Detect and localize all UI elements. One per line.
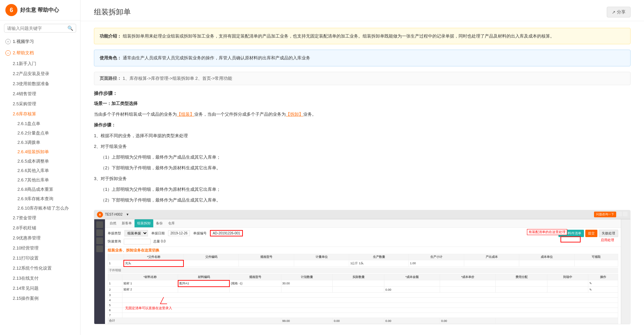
sidebar-item-267[interactable]: 2.6.7其他出库单 (15, 175, 80, 185)
sidebar-item-24[interactable]: 2.4销售管理 (9, 89, 80, 99)
sidebar-item-264[interactable]: 2.6.4组装拆卸单 (15, 147, 80, 157)
sim-tab-neworder: 新客单 (119, 219, 135, 227)
sim-th-parent-name: *父件名称 (124, 254, 183, 260)
sim-section-text: 组装业务、拆卸业务在这里切换 (108, 248, 159, 252)
sidebar-item-23[interactable]: 2.3使用前数据准备 (9, 79, 80, 89)
path-text: 1、库存核算->库存管理->组装拆卸单 2、首页->常用功能 (123, 76, 232, 81)
sim-search-field[interactable] (124, 239, 151, 244)
sidebar-item-261[interactable]: 2.6.1盘点单 (15, 119, 80, 128)
sim-lower-row4: 4 (108, 298, 618, 303)
sim-ltd-spec2 (229, 287, 281, 293)
chaixie-link[interactable]: 【拆卸】 (286, 112, 303, 117)
search-box[interactable]: 🔍 (4, 24, 76, 33)
sim-submit-btn[interactable]: 提交 (585, 230, 597, 237)
logo-text: 好生意 帮助中心 (20, 7, 59, 14)
sim-lth-cost-price: *成本单价 (440, 274, 496, 280)
search-icon[interactable]: 🔍 (67, 25, 73, 31)
sim-th-spec: 规格型号 (239, 254, 294, 260)
sim-ltd-seq4: 4 (108, 298, 122, 303)
sidebar-item-212[interactable]: 2.12系统个性化设置 (9, 263, 80, 273)
sim-lower-row6: 6 (108, 308, 618, 313)
sim-nav-icon3 (96, 237, 103, 244)
step2-1: （1）上部明细为父件明细，最终作为产成品生成其它入库单； (101, 153, 631, 162)
sim-td-seq: 1 (108, 260, 124, 267)
sidebar-item-214[interactable]: 2.14常见问题 (9, 283, 80, 293)
sidebar-item-215[interactable]: 2.15操作案例 (9, 293, 80, 303)
sidebar-item-262[interactable]: 2.6.2分量盘点单 (15, 128, 80, 138)
nav-section: + 1.视频学习 − 2.帮助文档 2.1新手入门 2.2产品安装及登录 2.3… (0, 36, 80, 303)
role-label: 使用角色： (100, 55, 121, 60)
sim-lth-mat-name: *材料名称 (122, 274, 178, 280)
sim-lower-row5: 5 (108, 303, 618, 308)
sidebar-item-266[interactable]: 2.6.6其他入库单 (15, 166, 80, 175)
sidebar-item-269[interactable]: 2.6.9库存账本查询 (15, 194, 80, 204)
steps-label2: 操作步骤： (94, 121, 631, 129)
sim-ltd-costprice1 (440, 280, 496, 287)
sim-ltd-costamt1 (384, 280, 440, 287)
sim-unit-label: 总量 0.0 (153, 239, 166, 244)
sim-footer-v3: 0.00 (384, 318, 440, 324)
sim-lth-dest: 到场中 (547, 274, 588, 280)
role-text: 通常由生产人员或库管人员完成拆装业务的操作，库管人员确认原材料的出库和产成品的入… (123, 55, 310, 60)
main-content: 组装拆卸单 ↗ 分享 功能介绍： 组装拆卸单用来处理企业组装或拆卸等加工业务，支… (80, 0, 644, 335)
sim-form-label1: 单据类型 (108, 231, 121, 236)
sidebar-subsub-label: 2.6.4组装拆卸单 (17, 149, 49, 154)
sidebar-item-29[interactable]: 2.9优惠券管理 (9, 233, 80, 243)
sim-ltd-name2: 箱材 2 (122, 287, 178, 293)
sidebar-item-211[interactable]: 2.11打印设置 (9, 253, 80, 263)
sidebar-item-docs[interactable]: − 2.帮助文档 (0, 47, 80, 59)
sim-form-area: 单据类型 组装单据 拆卸单据 单据日期 2019-12-26 单据编号 AD-2… (105, 228, 621, 247)
sim-right-panel (621, 219, 630, 324)
sim-lth-mat-code: 材料编码 (178, 274, 230, 280)
scene1-desc: 当由多个子件材料组装成一个成品的业务为【组装】业务，当由一个父件拆分成多个子产品… (94, 110, 631, 119)
sim-section-label: 组装业务、拆卸业务在这里切换 (105, 247, 621, 254)
zuzhang-link[interactable]: 【组装】 (177, 112, 194, 117)
sidebar-item-213[interactable]: 2.13在线支付 (9, 273, 80, 283)
sidebar-item-22[interactable]: 2.2产品安装及登录 (9, 69, 80, 79)
sidebar-item-265[interactable]: 2.6.5成本调整单 (15, 157, 80, 166)
sim-fail-btn[interactable]: 失败处理 (599, 230, 618, 237)
sim-th-avail: 可领取 (574, 254, 618, 260)
sim-ltd-costamt2: 0.00 (384, 287, 440, 293)
sidebar-item-video[interactable]: + 1.视频学习 (0, 36, 80, 47)
sidebar-item-26[interactable]: 2.6库存核算 (9, 109, 80, 119)
sidebar-item-21[interactable]: 2.1新手入门 (9, 59, 80, 69)
sidebar-item-268[interactable]: 2.6.8商品成本重算 (15, 185, 80, 194)
sim-footer-v1: 99.00 (281, 318, 333, 324)
sim-ltd-seq7: 7 (108, 313, 122, 318)
sim-ltd-act1 (333, 280, 384, 287)
sidebar-sub-label: 2.6库存核算 (13, 111, 36, 116)
sim-th-produce-qty: 生产数量 (349, 254, 409, 260)
search-input[interactable] (7, 26, 67, 31)
sim-td-cost (464, 260, 519, 267)
step1: 1、根据不同的业务，选择不同单据的类型来处理 (94, 131, 631, 140)
sim-ltd-spec1: (规格 -1) (229, 280, 281, 287)
sim-th-produce-sub: 生产小计 (409, 254, 464, 260)
sidebar-item-2610[interactable]: 2.6.10库存账本错了怎么办 (15, 204, 80, 213)
annotation4-box: 启用处理 (601, 238, 614, 242)
sidebar-item-25[interactable]: 2.5采购管理 (9, 99, 80, 109)
sidebar-subsub-label: 2.6.6其他入库单 (17, 168, 49, 173)
sidebar-sub-label: 2.8手机旺铺 (13, 225, 36, 230)
sim-lower-row7: 7 (108, 313, 618, 318)
share-button[interactable]: ↗ 分享 (607, 7, 631, 17)
share-icon: ↗ (612, 10, 615, 15)
sim-ltd-empty5 (122, 303, 618, 308)
sidebar-subsub-label: 2.6.7其他出库单 (17, 177, 49, 182)
sim-lth-ops: 操作 (588, 274, 618, 280)
sidebar-subsub-label: 2.6.3调拨单 (17, 140, 40, 145)
sidebar-item-27[interactable]: 2.7资金管理 (9, 213, 80, 223)
sim-lower-table: *材料名称 材料编码 规格型号 计划数量 实际数量 *成本金额 *成本单价 费用… (108, 274, 618, 324)
sim-th-parent-code: 父件编码 (183, 254, 239, 260)
sim-tab-warehouse: 仓库 (165, 219, 177, 227)
sidebar-item-210[interactable]: 2.10经营管理 (9, 243, 80, 253)
sim-leftnav (94, 219, 105, 324)
sim-ltd-dest1 (547, 280, 588, 287)
sidebar-item-28[interactable]: 2.8手机旺铺 (9, 223, 80, 233)
expand-icon: + (5, 39, 11, 44)
sim-lth-cost-amt: *成本金额 (384, 274, 440, 280)
sim-nav-icon1 (96, 221, 103, 228)
nav-subsub-26: 2.6.1盘点单 2.6.2分量盘点单 2.6.3调拨单 2.6.4组装拆卸单 … (9, 119, 80, 213)
sidebar-item-263[interactable]: 2.6.3调拨单 (15, 138, 80, 147)
sim-doc-type-select[interactable]: 组装单据 拆卸单据 (124, 230, 148, 236)
